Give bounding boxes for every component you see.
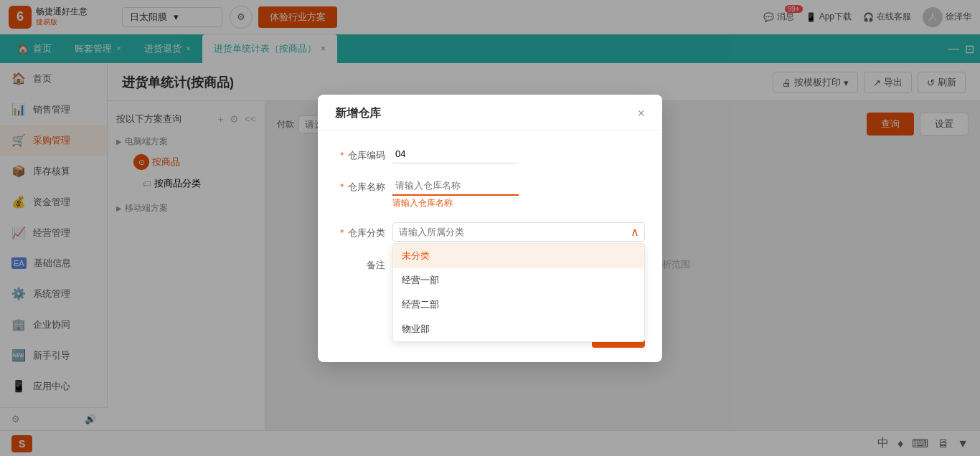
dialog-title: 新增仓库 bbox=[335, 106, 381, 121]
warehouse-category-row: * 仓库分类 ∧ 未分类 经营一部 经营二部 物业部 bbox=[335, 222, 645, 242]
category-dropdown-list: 未分类 经营一部 经营二部 物业部 bbox=[392, 243, 645, 342]
dropdown-item-uncategorized[interactable]: 未分类 bbox=[393, 244, 644, 268]
category-dropdown-icon[interactable]: ∧ bbox=[631, 225, 639, 239]
new-warehouse-dialog: 新增仓库 × * 仓库编码 * 仓库名称 bbox=[318, 95, 662, 362]
remarks-label: 备注 bbox=[335, 255, 392, 272]
warehouse-code-row: * 仓库编码 bbox=[335, 145, 645, 163]
warehouse-name-error: 请输入仓库名称 bbox=[392, 197, 645, 209]
warehouse-name-label: * 仓库名称 bbox=[335, 176, 392, 194]
warehouse-name-wrap: 请输入仓库名称 bbox=[392, 176, 645, 209]
warehouse-category-wrap: ∧ 未分类 经营一部 经营二部 物业部 bbox=[392, 222, 645, 242]
dropdown-item-property[interactable]: 物业部 bbox=[393, 317, 644, 341]
dropdown-item-ops2[interactable]: 经营二部 bbox=[393, 293, 644, 317]
warehouse-name-row: * 仓库名称 请输入仓库名称 bbox=[335, 176, 645, 209]
modal-overlay[interactable]: 新增仓库 × * 仓库编码 * 仓库名称 bbox=[0, 0, 980, 456]
warehouse-category-input[interactable] bbox=[392, 222, 645, 242]
required-star: * bbox=[340, 150, 344, 161]
dialog-header: 新增仓库 × bbox=[318, 95, 662, 130]
dialog-close-icon[interactable]: × bbox=[637, 106, 645, 121]
dialog-body: * 仓库编码 * 仓库名称 请输入仓库名称 bbox=[318, 130, 662, 318]
dropdown-item-ops1[interactable]: 经营一部 bbox=[393, 268, 644, 293]
warehouse-code-input[interactable] bbox=[392, 145, 519, 163]
warehouse-code-wrap bbox=[392, 145, 645, 163]
warehouse-category-label: * 仓库分类 bbox=[335, 222, 392, 239]
warehouse-code-label: * 仓库编码 bbox=[335, 145, 392, 162]
warehouse-name-input[interactable] bbox=[392, 176, 519, 196]
